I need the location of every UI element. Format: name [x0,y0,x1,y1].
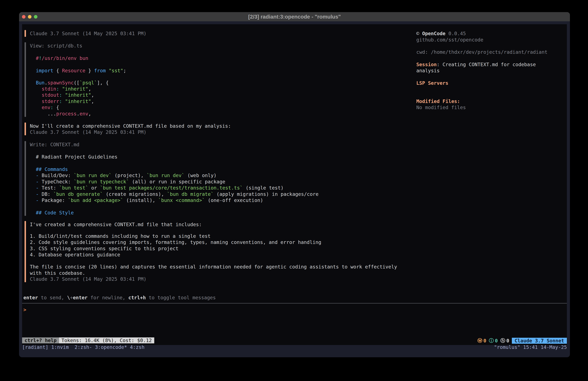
markdown-line: ## Code Style [36,210,74,216]
traffic-lights [22,12,38,21]
session-title: Session: Creating CONTEXT.md for codebas… [416,61,536,68]
minimize-button[interactable] [28,15,31,19]
help-shortcut-chip[interactable]: ctrl+? help [22,337,59,343]
tokens-cost-chip: Tokens: 16.4K (8%), Cost: $0.12 [59,337,154,343]
zoom-button[interactable] [34,15,38,19]
write-tool-bar [24,141,26,216]
status-bar-right: ⓦ 0 ⓘ 0 ⓗ 0 Claude 3.7 Sonnet [478,337,567,344]
tmux-window-list[interactable]: [radiant] 1:nvim 2:zsh- 3:opencode* 4:zs… [22,344,145,350]
info-icon: ⓘ [489,337,494,344]
markdown-line: - TypeCheck: `bun run typecheck` (all) o… [36,179,225,185]
terminal-window: [2/3] radiant:3:opencode - "romulus" Cla… [19,12,570,357]
warning-icon: ⓦ [478,337,482,344]
code-line: import { Resource } from "sst"; [36,67,126,74]
assistant-message-bar [24,123,26,135]
close-button[interactable] [22,15,25,19]
message-timestamp: Claude 3.7 Sonnet (14 May 2025 03:41 PM) [30,276,146,282]
info-count: 0 [495,338,498,344]
modified-files-header: Modified Files: [416,98,460,104]
status-bar-left: ctrl+? help Tokens: 16.4K (8%), Cost: $0… [22,337,154,343]
markdown-line: - Test: `bun test` or `bun test packages… [36,185,284,191]
modified-files-empty: No modified files [416,104,466,111]
prompt-input[interactable]: > [23,307,26,313]
keyboard-hints: enter to send, \+enter for newline, ctrl… [23,294,216,301]
repo-url: github.com/sst/opencode [416,37,483,43]
code-line: Bun.spawnSync([`psql`], { [36,80,109,86]
markdown-line: ## Commands [36,166,68,172]
assistant-message-text: 1. Build/lint/test commands including ho… [30,233,210,239]
code-line: ...process.env, [36,111,91,117]
window-title: [2/3] radiant:3:opencode - "romulus" [19,14,570,20]
message-timestamp: Claude 3.7 Sonnet (14 May 2025 03:41 PM) [30,129,146,135]
info-diagnostics: ⓘ 0 [489,337,498,344]
view-tool-title: View: script/db.ts [30,43,82,49]
warning-count: 0 [483,338,486,344]
code-line: stdin: "inherit", [36,86,91,92]
opencode-logo: © OpenCode 0.0.45 [416,30,466,37]
code-line: #!/usr/bin/env bun [36,55,88,61]
assistant-message-text: 4. Database operations guidance [30,251,120,258]
assistant-message-text: Now I'll create a comprehensive CONTEXT.… [30,123,231,129]
assistant-message-bar [24,30,26,37]
write-tool-title: Write: CONTEXT.md [30,141,79,148]
code-line: stderr: "inherit", [36,98,94,104]
hint-count: 0 [506,338,509,344]
tmux-session-clock: "romulus" 15:41 14-May-25 [494,344,567,350]
assistant-message-text: I've created a comprehensive CONTEXT.md … [30,221,202,228]
code-line: stdout: "inherit", [36,92,94,98]
markdown-line: - Build/Dev: `bun run dev` (project), `b… [36,172,216,179]
assistant-message-bar [24,221,26,282]
warning-diagnostics: ⓦ 0 [478,337,486,344]
assistant-message-text: with this codebase. [30,270,85,276]
assistant-message-text: 3. CSS styling conventions specific to t… [30,246,178,252]
markdown-line: # Radiant Project Guidelines [36,154,117,160]
view-tool-bar [24,42,26,117]
lsp-servers-header: LSP Servers [416,80,448,86]
cwd-path: cwd: /home/thdxr/dev/projects/radiant/ra… [416,49,547,55]
window-titlebar: [2/3] radiant:3:opencode - "romulus" [19,12,570,21]
session-title-line2: analysis [416,67,440,74]
opencode-pane: Claude 3.7 Sonnet (14 May 2025 03:41 PM)… [22,24,567,345]
code-line: env: { [36,104,59,111]
input-separator [22,303,567,304]
model-chip[interactable]: Claude 3.7 Sonnet [512,338,567,344]
markdown-line: - Package: `bun add <package>` (install)… [36,197,263,203]
hint-diagnostics: ⓗ 0 [500,337,509,344]
assistant-message-text: 2. Code style guidelines covering import… [30,239,321,246]
markdown-line: - DB: `bun db generate` (create migratio… [36,191,318,197]
message-timestamp: Claude 3.7 Sonnet (14 May 2025 03:41 PM) [30,30,146,37]
hint-icon: ⓗ [500,337,505,344]
tmux-status-bar: [radiant] 1:nvim 2:zsh- 3:opencode* 4:zs… [22,344,567,350]
assistant-message-text: The file is concise (20 lines) and captu… [30,264,397,270]
